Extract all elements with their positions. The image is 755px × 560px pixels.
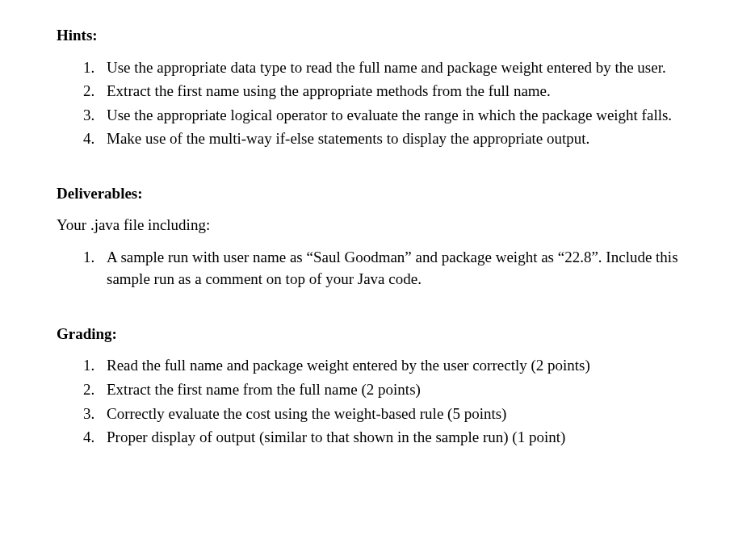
grading-list: Read the full name and package weight en… — [57, 354, 698, 448]
hints-heading: Hints: — [57, 24, 698, 47]
hints-section: Hints: Use the appropriate data type to … — [57, 24, 698, 150]
grading-heading: Grading: — [57, 323, 698, 345]
list-item: Make use of the multi-way if-else statem… — [99, 127, 698, 150]
hints-list: Use the appropriate data type to read th… — [57, 56, 698, 150]
deliverables-list: A sample run with user name as “Saul Goo… — [57, 246, 698, 290]
list-item: Use the appropriate data type to read th… — [99, 56, 698, 79]
grading-section: Grading: Read the full name and package … — [57, 323, 698, 449]
list-item: Extract the first name from the full nam… — [99, 378, 698, 401]
list-item: Read the full name and package weight en… — [99, 354, 698, 377]
deliverables-section: Deliverables: Your .java file including:… — [57, 182, 698, 290]
list-item: Extract the first name using the appropr… — [99, 80, 698, 102]
deliverables-intro: Your .java file including: — [57, 214, 698, 236]
deliverables-heading: Deliverables: — [57, 182, 698, 205]
list-item: Correctly evaluate the cost using the we… — [99, 403, 698, 425]
list-item: Proper display of output (similar to tha… — [99, 426, 698, 449]
list-item: Use the appropriate logical operator to … — [99, 104, 698, 127]
list-item: A sample run with user name as “Saul Goo… — [99, 246, 698, 290]
